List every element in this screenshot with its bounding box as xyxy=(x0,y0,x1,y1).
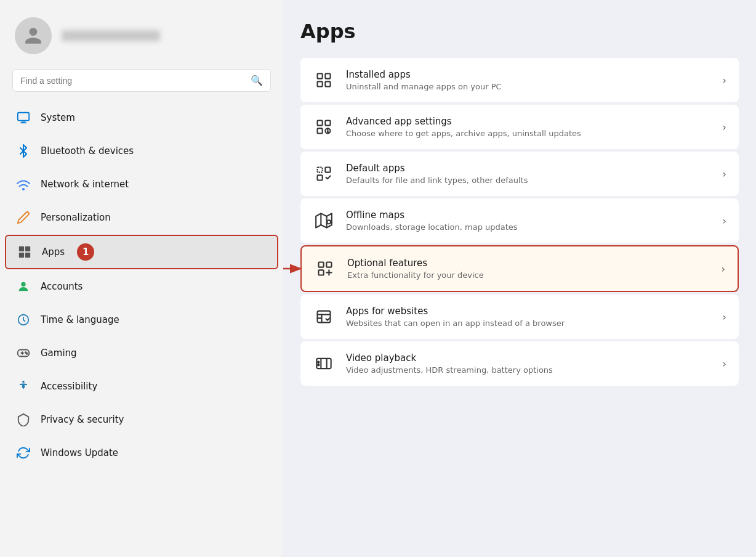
apps-websites-title: Apps for websites xyxy=(346,306,712,317)
svg-rect-27 xyxy=(318,175,323,180)
sidebar-item-label: Network & internet xyxy=(41,179,129,190)
sidebar-item-accessibility[interactable]: Accessibility xyxy=(5,370,278,402)
sidebar-item-network[interactable]: Network & internet xyxy=(5,168,278,200)
default-apps-icon xyxy=(313,163,335,185)
svg-rect-35 xyxy=(326,262,331,267)
default-apps-title: Default apps xyxy=(346,163,712,174)
accounts-icon xyxy=(15,278,32,295)
svg-rect-41 xyxy=(316,359,331,368)
sidebar-item-label: System xyxy=(41,112,75,123)
gaming-icon xyxy=(15,344,32,362)
chevron-icon: › xyxy=(722,263,725,275)
privacy-icon xyxy=(15,411,32,428)
system-icon xyxy=(15,109,32,126)
optional-features-icon xyxy=(314,258,336,280)
advanced-text: Advanced app settings Choose where to ge… xyxy=(346,116,712,138)
sidebar: 🔍 System Bluetooth & devices xyxy=(0,0,283,557)
sidebar-item-time[interactable]: Time & language xyxy=(5,304,278,336)
svg-rect-20 xyxy=(325,121,330,126)
chevron-icon: › xyxy=(723,121,726,133)
arrow-2 xyxy=(283,262,304,275)
pencil-icon xyxy=(15,209,32,226)
default-apps-desc: Defaults for file and link types, other … xyxy=(346,176,712,185)
svg-rect-17 xyxy=(318,81,323,86)
apps-websites-desc: Websites that can open in an app instead… xyxy=(346,319,712,328)
time-icon xyxy=(15,311,32,328)
user-name xyxy=(62,30,160,41)
svg-point-45 xyxy=(318,364,319,365)
sidebar-item-apps[interactable]: Apps 1 xyxy=(5,235,278,269)
settings-item-default-apps[interactable]: Default apps Defaults for file and link … xyxy=(300,152,739,196)
settings-item-video-playback[interactable]: Video playback Video adjustments, HDR st… xyxy=(300,341,739,386)
chevron-icon: › xyxy=(723,311,726,323)
svg-rect-36 xyxy=(319,270,324,275)
sidebar-item-label: Personalization xyxy=(41,212,111,223)
sidebar-item-label: Windows Update xyxy=(41,447,118,458)
svg-rect-19 xyxy=(318,121,323,126)
video-playback-icon xyxy=(313,352,335,375)
svg-rect-2 xyxy=(20,123,27,123)
sidebar-item-label: Apps xyxy=(42,246,65,258)
sidebar-header xyxy=(0,0,283,67)
update-icon xyxy=(15,444,32,461)
sidebar-item-label: Accounts xyxy=(41,281,82,292)
chevron-icon: › xyxy=(723,358,726,370)
chevron-icon: › xyxy=(723,168,726,180)
svg-rect-5 xyxy=(19,253,24,258)
sidebar-item-accounts[interactable]: Accounts xyxy=(5,270,278,303)
video-playback-title: Video playback xyxy=(346,352,712,364)
installed-apps-text: Installed apps Uninstall and manage apps… xyxy=(346,69,712,91)
sidebar-item-system[interactable]: System xyxy=(5,102,278,134)
sidebar-item-label: Time & language xyxy=(41,314,119,325)
optional-features-desc: Extra functionality for your device xyxy=(347,270,710,280)
sidebar-item-update[interactable]: Windows Update xyxy=(5,437,278,469)
sidebar-item-gaming[interactable]: Gaming xyxy=(5,337,278,369)
installed-apps-title: Installed apps xyxy=(346,69,712,80)
svg-rect-0 xyxy=(18,113,29,121)
svg-rect-25 xyxy=(318,168,323,173)
advanced-desc: Choose where to get apps, archive apps, … xyxy=(346,129,712,138)
page-title: Apps xyxy=(300,20,739,43)
svg-point-31 xyxy=(327,220,331,224)
optional-features-title: Optional features xyxy=(347,258,710,269)
svg-point-7 xyxy=(21,282,25,287)
badge-1: 1 xyxy=(77,243,94,261)
sidebar-item-bluetooth[interactable]: Bluetooth & devices xyxy=(5,135,278,167)
user-icon xyxy=(23,26,43,46)
search-box[interactable]: 🔍 xyxy=(12,69,271,92)
svg-point-14 xyxy=(22,381,25,383)
sidebar-item-personalization[interactable]: Personalization xyxy=(5,201,278,234)
default-apps-text: Default apps Defaults for file and link … xyxy=(346,163,712,185)
sidebar-item-label: Bluetooth & devices xyxy=(41,145,134,157)
offline-maps-desc: Downloads, storage location, map updates xyxy=(346,222,712,232)
settings-item-installed-apps[interactable]: Installed apps Uninstall and manage apps… xyxy=(300,58,739,102)
sidebar-item-privacy[interactable]: Privacy & security xyxy=(5,404,278,436)
svg-rect-16 xyxy=(325,74,330,79)
svg-rect-3 xyxy=(19,246,24,251)
svg-point-13 xyxy=(26,353,28,354)
settings-item-apps-websites[interactable]: Apps for websites Websites that can open… xyxy=(300,295,739,339)
video-playback-desc: Video adjustments, HDR streaming, batter… xyxy=(346,365,712,375)
advanced-icon xyxy=(313,116,335,138)
network-icon xyxy=(15,176,32,193)
svg-rect-4 xyxy=(25,246,30,251)
chevron-icon: › xyxy=(723,215,726,227)
avatar xyxy=(15,17,52,54)
sidebar-item-label: Privacy & security xyxy=(41,414,124,425)
settings-item-advanced[interactable]: Advanced app settings Choose where to ge… xyxy=(300,105,739,149)
apps-websites-icon xyxy=(313,306,335,328)
video-playback-text: Video playback Video adjustments, HDR st… xyxy=(346,352,712,375)
optional-features-text: Optional features Extra functionality fo… xyxy=(347,258,710,280)
settings-item-optional-features[interactable]: 2 Optional features Extra functionality … xyxy=(300,245,739,292)
svg-rect-39 xyxy=(318,311,331,323)
settings-item-offline-maps[interactable]: Offline maps Downloads, storage location… xyxy=(300,198,739,243)
offline-maps-text: Offline maps Downloads, storage location… xyxy=(346,209,712,232)
offline-maps-title: Offline maps xyxy=(346,209,712,221)
advanced-title: Advanced app settings xyxy=(346,116,712,127)
svg-rect-1 xyxy=(21,121,25,123)
svg-rect-18 xyxy=(325,81,330,86)
apps-icon xyxy=(16,243,33,261)
accessibility-icon xyxy=(15,378,32,395)
search-input[interactable] xyxy=(20,76,246,86)
svg-point-24 xyxy=(328,132,328,132)
